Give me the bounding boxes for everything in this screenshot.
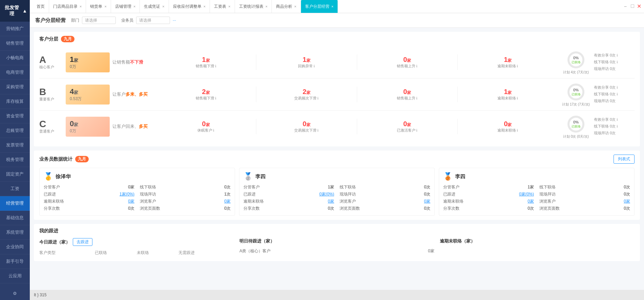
tier-stat-c-1[interactable]: 0家 交易频次下滑 ℹ	[256, 119, 357, 134]
staff-stat-1-5: 浏览客户 0家	[340, 199, 430, 204]
tab-bar-actions: － □ ✕	[623, 3, 641, 10]
staff-stat-value-2-2[interactable]: 0家(0%)	[519, 191, 534, 197]
svg-text:0%: 0%	[573, 88, 579, 92]
minimize-icon[interactable]: －	[623, 3, 628, 10]
staff-stat-value-1-2[interactable]: 0家(0%)	[319, 191, 334, 197]
customer-section-title: 客户分层 九月	[39, 36, 635, 42]
tab-bar: 首页门店商品目录×销货单×店铺管理×生成凭证×应收应付调整单×工资表×工资统计报…	[30, 0, 644, 13]
staff-stat-value-0-1: 0次	[224, 184, 231, 190]
tier-stat-c-3[interactable]: 0家 逾期未联络 ℹ	[458, 119, 558, 134]
sidebar-collapse-icon[interactable]: ▲	[22, 8, 27, 14]
staff-stat-value-0-0: 0家	[128, 184, 134, 190]
tier-circle-c[interactable]: 0% 已联络 计划 0次 (0天/次)	[561, 114, 591, 139]
tier-row-b: B重要客户4家0.53万让客户多来、多买 2家 销售额下滑 ℹ 2家 交易频次下…	[39, 78, 635, 111]
staff-stat-label-1-3: 现场拜访	[340, 191, 356, 197]
dept-filter: 部门 请选择	[71, 17, 116, 24]
staff-stat-value-0-4[interactable]: 0家	[128, 199, 134, 204]
sidebar-item-工资[interactable]: 工资	[0, 182, 30, 196]
sidebar-item-企业协同[interactable]: 企业协同	[0, 240, 30, 254]
sidebar-item-经营管理[interactable]: 经营管理	[0, 196, 30, 211]
tab-9[interactable]: 客户分层经营×	[301, 0, 338, 13]
tab-close-7[interactable]: ×	[265, 4, 267, 8]
close-window-icon[interactable]: ✕	[637, 3, 641, 10]
sidebar-item-小畅电商[interactable]: 小畅电商	[0, 51, 30, 65]
staff-stat-value-0-2[interactable]: 1家(0%)	[120, 191, 134, 197]
staff-stat-value-1-0: 1家	[328, 184, 334, 190]
list-view-btn[interactable]: 列表式	[614, 155, 635, 164]
sidebar-item-总账管理[interactable]: 总账管理	[0, 123, 30, 138]
tab-7[interactable]: 工资统计报表×	[235, 0, 272, 13]
staff-select[interactable]: 请选择	[136, 17, 170, 24]
svg-point-0	[568, 52, 583, 67]
tier-stat-b-1[interactable]: 2家 交易频次下滑 ℹ	[256, 87, 357, 102]
tab-close-5[interactable]: ×	[203, 4, 206, 8]
maximize-icon[interactable]: □	[631, 3, 634, 10]
sidebar-item-电商管理[interactable]: 电商管理	[0, 65, 30, 80]
tier-circle-a[interactable]: 0% 已联络 计划 4次 (7天/次)	[561, 50, 591, 75]
tier-stat-a-3[interactable]: 1家 逾期未联络 ℹ	[458, 54, 558, 70]
staff-stat-value-1-4[interactable]: 0家	[328, 199, 334, 204]
tier-stat-a-1[interactable]: 1家 回购异常 ℹ	[256, 54, 357, 70]
sidebar-item-税务管理[interactable]: 税务管理	[0, 153, 30, 167]
tab-close-1[interactable]: ×	[80, 4, 82, 8]
sidebar-header[interactable]: 批发管理 ▲	[0, 0, 30, 22]
tab-close-4[interactable]: ×	[162, 4, 164, 8]
sidebar-item-营销推广[interactable]: 营销推广	[0, 22, 30, 36]
goto-followup-btn[interactable]: 去跟进	[73, 238, 92, 246]
staff-stat-value-1-5[interactable]: 0家	[424, 199, 430, 204]
tab-0[interactable]: 首页	[33, 0, 49, 13]
sidebar-item-采购管理[interactable]: 采购管理	[0, 80, 30, 94]
followup-grid: 今日跟进（家） 去跟进 客户类型 已联络 未联络 无需跟进	[39, 238, 635, 257]
tier-stat-a-0[interactable]: 1家 销售额下滑 ℹ	[156, 54, 256, 70]
staff-card-2: 🥉李四 分管客户 1家 线下联络 0次 已跟进 0家(0%) 现场拜访 0次 逾…	[439, 168, 635, 216]
staff-stat-value-0-5[interactable]: 0家	[224, 199, 231, 204]
sidebar-item-云应用[interactable]: 云应用	[0, 269, 30, 283]
tab-close-3[interactable]: ×	[133, 4, 135, 8]
tab-close-9[interactable]: ×	[331, 4, 334, 8]
svg-point-6	[568, 117, 583, 132]
sidebar-item-销售管理[interactable]: 销售管理	[0, 36, 30, 51]
tab-4[interactable]: 生成凭证×	[140, 0, 169, 13]
sidebar-item-资金管理[interactable]: 资金管理	[0, 109, 30, 123]
tab-2[interactable]: 销货单×	[86, 0, 111, 13]
tier-circle-b[interactable]: 0% 已联络 计划 17次 (7天/次)	[561, 82, 591, 107]
staff-header: 业务员数据统计 九月 列表式	[39, 155, 635, 164]
tier-stat-a-2[interactable]: 0家 销售额上升 ℹ	[357, 54, 458, 70]
staff-stat-value-2-4[interactable]: 0家	[528, 199, 534, 204]
tier-count-a[interactable]: 1家0万	[66, 52, 110, 72]
sidebar-item-库存核算[interactable]: 库存核算	[0, 94, 30, 109]
tab-1[interactable]: 门店商品目录×	[49, 0, 86, 13]
tier-stat-c-2[interactable]: 0家 已激活客户 ℹ	[357, 119, 458, 134]
tier-stat-b-3[interactable]: 1家 逾期未联络 ℹ	[458, 87, 558, 102]
tab-close-6[interactable]: ×	[228, 4, 230, 8]
tab-close-8[interactable]: ×	[294, 4, 296, 8]
sidebar-item-新手引导[interactable]: 新手引导	[0, 254, 30, 269]
staff-stat-1-3: 现场拜访 0次	[340, 191, 430, 197]
staff-stat-1-2: 已跟进 0家(0%)	[243, 191, 334, 197]
tab-6[interactable]: 工资表×	[210, 0, 235, 13]
sidebar-settings[interactable]: ⚙	[0, 287, 30, 300]
tab-close-2[interactable]: ×	[104, 4, 106, 8]
staff-filter: 业务员 请选择 ···	[121, 17, 176, 24]
sidebar-item-发票管理[interactable]: 发票管理	[0, 138, 30, 153]
tier-count-c[interactable]: 0家0万	[66, 117, 110, 137]
tier-stat-b-2[interactable]: 0家 销售额上升 ℹ	[357, 87, 458, 102]
dept-select[interactable]: 请选择	[82, 17, 116, 24]
tier-stat-c-0[interactable]: 0家 休眠客户 ℹ	[156, 119, 256, 134]
tab-3[interactable]: 店铺管理×	[111, 0, 140, 13]
staff-card-1: 🥈李四 分管客户 1家 线下联络 0次 已跟进 0家(0%) 现场拜访 0次 逾…	[239, 168, 435, 216]
more-filter-btn[interactable]: ···	[173, 18, 176, 23]
tab-5[interactable]: 应收应付调整单×	[169, 0, 210, 13]
tier-stat-b-0[interactable]: 2家 销售额下滑 ℹ	[156, 87, 256, 102]
staff-stat-value-2-1: 0次	[624, 184, 630, 190]
staff-stat-value-2-5[interactable]: 0家	[624, 199, 630, 204]
circle-svg-b: 0% 已联络	[566, 82, 586, 102]
bottom-bar-text: It } 315	[34, 293, 46, 297]
tab-8[interactable]: 商品分析×	[272, 0, 301, 13]
sidebar-item-固定资产[interactable]: 固定资产	[0, 167, 30, 182]
tier-count-b[interactable]: 4家0.53万	[66, 85, 110, 105]
tier-label-b: B重要客户	[39, 87, 63, 102]
sidebar-item-系统管理[interactable]: 系统管理	[0, 225, 30, 240]
staff-stat-label-0-7: 浏览页面数	[140, 206, 160, 211]
sidebar-item-基础信息[interactable]: 基础信息	[0, 211, 30, 225]
